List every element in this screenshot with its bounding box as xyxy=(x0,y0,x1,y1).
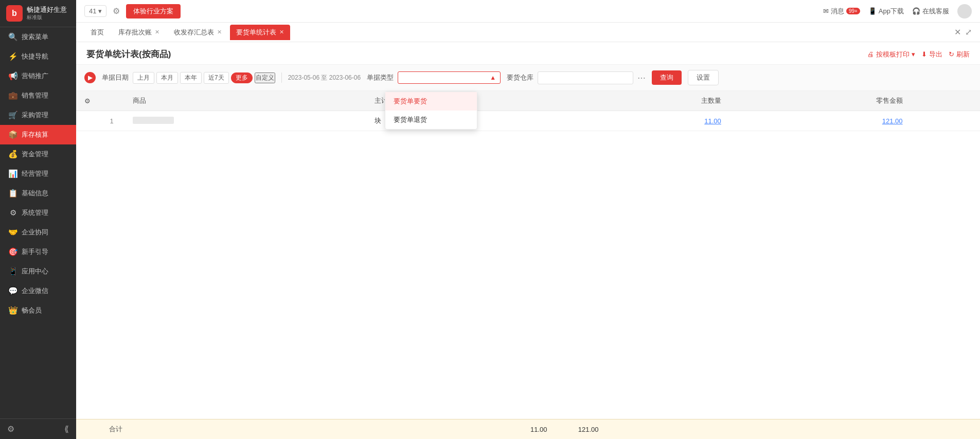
sidebar-item-system[interactable]: ⚙ 系统管理 xyxy=(0,203,76,223)
col-header-settings[interactable]: ⚙ xyxy=(76,91,99,111)
filter-settings-button[interactable]: 设置 xyxy=(688,70,719,85)
sidebar-item-sales[interactable]: 💼 销售管理 xyxy=(0,86,76,105)
date-custom-btn[interactable]: 自定义 xyxy=(255,72,275,83)
page-actions: 🖨 按模板打印 ▾ ⬇ 导出 ↻ 刷新 xyxy=(867,50,970,59)
sidebar-item-quick-nav[interactable]: ⚡ 快捷导航 xyxy=(0,47,76,66)
sidebar-item-operations[interactable]: 📊 经营管理 xyxy=(0,164,76,184)
dropdown-item-return[interactable]: 要货单退货 xyxy=(385,111,477,129)
date-btn-last-month[interactable]: 上月 xyxy=(133,72,154,84)
filter-expand-btn[interactable]: ▶ xyxy=(84,72,96,83)
type-select[interactable]: ▲ xyxy=(398,71,501,84)
date-filter-section: 单据日期 上月 本月 本年 近7天 更多 自定义 2023-05-06 至 20… xyxy=(102,72,361,84)
sidebar-item-member[interactable]: 👑 畅会员 xyxy=(0,301,76,320)
sidebar-item-app-center[interactable]: 📱 应用中心 xyxy=(0,262,76,281)
type-arrow-icon: ▲ xyxy=(490,74,496,81)
dropdown-item-order[interactable]: 要货单要货 xyxy=(385,92,477,111)
phone-icon: 📱 xyxy=(868,7,877,15)
sidebar-item-label-wechat: 企业微信 xyxy=(22,286,48,296)
tab-inventory-batch-close[interactable]: ✕ xyxy=(155,29,159,35)
date-more-btn[interactable]: 更多 xyxy=(231,72,253,83)
sidebar-item-label-basic-info: 基础信息 xyxy=(22,189,48,198)
quantity-link[interactable]: 11.00 xyxy=(704,117,721,125)
cell-settings xyxy=(76,111,99,131)
header-left: 41 ▾ ⚙ 体验行业方案 xyxy=(84,4,815,19)
sidebar-item-finance[interactable]: 💰 资金管理 xyxy=(0,144,76,164)
refresh-icon: ↻ xyxy=(949,50,954,58)
logo-name: 畅捷通好生意 xyxy=(27,6,67,14)
tab-receipt-summary-label: 收发存汇总表 xyxy=(174,28,214,37)
tab-receipt-summary-close[interactable]: ✕ xyxy=(217,29,222,35)
gear-button[interactable]: ⚙ xyxy=(113,6,120,16)
tabs-bar: 首页 库存批次账 ✕ 收发存汇总表 ✕ 要货单统计表 ✕ ✕ ⤢ xyxy=(76,23,980,42)
sidebar-item-label-quick-nav: 快捷导航 xyxy=(22,52,48,61)
sidebar-item-purchase[interactable]: 🛒 采购管理 xyxy=(0,105,76,125)
collapse-icon[interactable]: ⟪ xyxy=(64,424,69,434)
date-btn-this-month[interactable]: 本月 xyxy=(156,72,178,84)
product-placeholder xyxy=(133,117,174,124)
sidebar-item-label-app-center: 应用中心 xyxy=(22,267,48,276)
date-buttons: 上月 本月 本年 近7天 更多 自定义 xyxy=(133,72,275,84)
tab-order-stats-close[interactable]: ✕ xyxy=(279,29,284,35)
col-header-quantity: 主数量 xyxy=(576,91,729,111)
date-btn-last-7[interactable]: 近7天 xyxy=(204,72,229,84)
tab-order-stats-label: 要货单统计表 xyxy=(236,28,276,37)
sidebar-item-wechat[interactable]: 💬 企业微信 xyxy=(0,281,76,301)
tab-order-stats[interactable]: 要货单统计表 ✕ xyxy=(230,25,290,40)
cell-amount: 121.00 xyxy=(729,111,911,131)
page-title: 要货单统计表(按商品) xyxy=(86,48,171,60)
amount-link[interactable]: 121.00 xyxy=(882,117,903,125)
header-right: ✉ 消息 99+ 📱 App下载 🎧 在线客服 xyxy=(823,4,972,19)
company-name: 41 xyxy=(89,7,96,15)
online-service-item[interactable]: 🎧 在线客服 xyxy=(912,7,949,16)
tab-expand-icon[interactable]: ⤢ xyxy=(965,27,972,37)
more-filters-icon[interactable]: ⋯ xyxy=(637,73,646,83)
sidebar-item-label-system: 系统管理 xyxy=(22,208,48,217)
warehouse-filter-section: 要货仓库 ⋯ xyxy=(507,71,646,84)
table-wrap: ⚙ 商品 主计量单位 主数量 零售金额 1 xyxy=(76,91,980,419)
refresh-label: 刷新 xyxy=(956,50,970,59)
sales-icon: 💼 xyxy=(8,91,17,100)
basic-info-icon: 📋 xyxy=(8,189,17,198)
sidebar-item-inventory[interactable]: 📦 库存核算 xyxy=(0,125,76,144)
settings-bottom-icon[interactable]: ⚙ xyxy=(7,424,14,434)
sidebar-item-basic-info[interactable]: 📋 基础信息 xyxy=(0,184,76,203)
tab-receipt-summary[interactable]: 收发存汇总表 ✕ xyxy=(168,25,228,40)
sidebar: b 畅捷通好生意 标准版 🔍 搜索菜单 ⚡ 快捷导航 📢 营销推广 💼 销售管理… xyxy=(0,0,76,439)
trial-button[interactable]: 体验行业方案 xyxy=(126,4,181,19)
export-button[interactable]: ⬇ 导出 xyxy=(921,50,942,59)
sidebar-item-guide[interactable]: 🎯 新手引导 xyxy=(0,242,76,262)
sidebar-item-marketing[interactable]: 📢 营销推广 xyxy=(0,66,76,86)
company-selector[interactable]: 41 ▾ xyxy=(84,5,106,17)
online-service-label: 在线客服 xyxy=(922,7,949,16)
app-download-item[interactable]: 📱 App下载 xyxy=(868,7,904,16)
purchase-icon: 🛒 xyxy=(8,111,17,120)
cell-product xyxy=(124,111,366,131)
cell-extra xyxy=(911,111,980,131)
date-label: 单据日期 xyxy=(102,73,129,82)
system-icon: ⚙ xyxy=(8,208,17,217)
tab-inventory-batch[interactable]: 库存批次账 ✕ xyxy=(112,25,166,40)
query-button[interactable]: 查询 xyxy=(652,70,682,85)
enterprise-icon: 🤝 xyxy=(8,228,17,237)
tab-home[interactable]: 首页 xyxy=(84,25,110,40)
export-icon: ⬇ xyxy=(921,50,927,58)
avatar[interactable] xyxy=(957,4,972,19)
sidebar-item-label-enterprise: 企业协同 xyxy=(22,228,48,237)
print-button[interactable]: 🖨 按模板打印 ▾ xyxy=(867,50,915,59)
warehouse-input[interactable] xyxy=(538,71,633,84)
cell-index: 1 xyxy=(99,111,124,131)
sidebar-item-label-member: 畅会员 xyxy=(22,306,42,315)
export-label: 导出 xyxy=(929,50,942,59)
filter-bar: ▶ 单据日期 上月 本月 本年 近7天 更多 自定义 2023-05-06 至 … xyxy=(76,65,980,91)
messages-badge: 99+ xyxy=(846,8,860,14)
refresh-button[interactable]: ↻ 刷新 xyxy=(949,50,970,59)
app-center-icon: 📱 xyxy=(8,267,17,276)
operations-icon: 📊 xyxy=(8,169,17,178)
date-btn-this-year[interactable]: 本年 xyxy=(180,72,202,84)
sidebar-item-enterprise[interactable]: 🤝 企业协同 xyxy=(0,223,76,242)
messages-item[interactable]: ✉ 消息 99+ xyxy=(823,7,860,16)
sidebar-item-search[interactable]: 🔍 搜索菜单 xyxy=(0,27,76,47)
tab-inventory-batch-label: 库存批次账 xyxy=(118,28,152,37)
tab-close-all-icon[interactable]: ✕ xyxy=(954,27,961,37)
type-label: 单据类型 xyxy=(367,73,394,82)
